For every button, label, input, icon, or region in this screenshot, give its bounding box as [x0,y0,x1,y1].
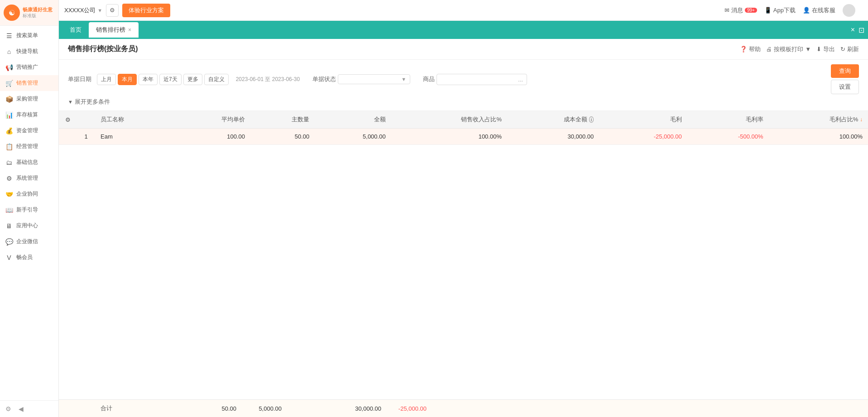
footer-main-qty: 50.00 [200,405,236,412]
nav-label-8: 基础信息 [16,158,38,166]
tab-minimize-icon[interactable]: × [851,26,855,34]
header-right: ✉ 消息 99+ 📱 App下载 👤 在线客服 [724,4,863,17]
table-footer: 合计 50.00 5,000.00 30,000.00 -25,000.00 [59,399,868,417]
sidebar-item-6[interactable]: 💰资金管理 [0,123,58,139]
tab-close-icon[interactable]: × [128,27,131,33]
query-button[interactable]: 查询 [831,64,859,78]
col-gross-pct: 毛利占比% ↓ [769,111,868,129]
col-amount: 全额 [315,111,391,129]
data-table: ⚙ 员工名称 平均单价 主数量 全额 销售收入占比% 成本全额 i 毛利 毛利率… [59,111,868,145]
row-settings [59,129,77,145]
date-range-display: 2023-06-01 至 2023-06-30 [236,76,300,83]
expand-label: 展开更多条件 [75,98,110,106]
print-button[interactable]: 🖨 按模板打印 ▼ [766,45,811,53]
col-sales-pct: 销售收入占比% [391,111,507,129]
nav-label-6: 资金管理 [16,127,38,134]
date-btn-this-year[interactable]: 本年 [139,74,158,85]
nav-icon-1: ⌂ [5,48,13,55]
settings-icon-btn[interactable]: ⚙ [106,4,119,17]
date-btn-7days[interactable]: 近7天 [159,74,182,85]
refresh-label: 刷新 [847,45,859,53]
help-icon: ❓ [740,46,747,53]
sidebar-item-11[interactable]: 📖新手引导 [0,202,58,218]
online-service-label: 在线客服 [812,6,835,14]
expand-button[interactable]: ▼ 展开更多条件 [68,98,859,106]
page-actions: ❓ 帮助 🖨 按模板打印 ▼ ⬇ 导出 ↻ 刷新 [740,45,859,53]
avatar[interactable] [843,4,855,17]
table-row: 1 Eam 100.00 50.00 5,000.00 100.00% 30,0… [59,129,868,145]
date-btn-more[interactable]: 更多 [183,74,202,85]
col-name: 员工名称 [95,111,173,129]
sidebar-collapse-icon[interactable]: ◀ [19,405,24,412]
nav-label-14: 畅会员 [16,254,33,261]
col-settings[interactable]: ⚙ [59,111,77,129]
sidebar-item-0[interactable]: ☰搜索菜单 [0,28,58,43]
row-avg-price: 100.00 [173,129,251,145]
date-btn-custom[interactable]: 自定义 [204,74,229,85]
settings-button[interactable]: 设置 [831,80,859,94]
row-amount: 5,000.00 [315,129,391,145]
date-filter-label: 单据日期 [68,75,91,83]
online-service-action[interactable]: 👤 在线客服 [803,6,835,14]
nav-icon-7: 📋 [5,143,13,150]
col-gross: 毛利 [599,111,687,129]
date-btn-last-month[interactable]: 上月 [97,74,116,85]
status-select[interactable]: ▼ [338,74,410,84]
message-action[interactable]: ✉ 消息 99+ [724,6,757,14]
footer-cost: 30,000.00 [327,405,381,412]
tab-maximize-icon[interactable]: ⊡ [858,26,864,34]
app-download-icon: 📱 [764,7,772,14]
tab-bar: 首页 销售排行榜 × × ⊡ [59,21,868,39]
filter-area: 单据日期 上月 本月 本年 近7天 更多 自定义 2023-06-01 至 20… [59,60,868,111]
footer-gross: -25,000.00 [381,405,427,412]
col-main-qty: 主数量 [250,111,315,129]
help-button[interactable]: ❓ 帮助 [740,45,761,53]
nav-icon-10: 🤝 [5,191,13,198]
nav-label-0: 搜索菜单 [16,32,38,39]
nav-icon-2: 📢 [5,64,13,71]
company-chevron: ▼ [97,8,102,13]
sidebar-item-10[interactable]: 🤝企业协同 [0,186,58,202]
sidebar-item-5[interactable]: 📊库存核算 [0,107,58,123]
col-rank [77,111,95,129]
sidebar-item-13[interactable]: 💬企业微信 [0,234,58,249]
tab-bar-actions: × ⊡ [851,26,864,34]
sidebar-item-9[interactable]: ⚙系统管理 [0,170,58,186]
sidebar-item-7[interactable]: 📋经营管理 [0,139,58,154]
app-name: 畅康通好生意 [23,6,53,13]
nav-label-4: 采购管理 [16,95,38,103]
gross-pct-sort-icon: ↓ [860,116,863,123]
sidebar-item-8[interactable]: 🗂基础信息 [0,154,58,170]
app-sub: 标准版 [23,13,53,19]
col-cost: 成本全额 i [507,111,599,129]
export-icon: ⬇ [816,46,821,53]
sidebar-item-2[interactable]: 📢营销推广 [0,59,58,75]
sidebar-item-12[interactable]: 🖥应用中心 [0,218,58,234]
sidebar-item-3[interactable]: 🛒销售管理 [0,75,58,91]
table-wrapper: ⚙ 员工名称 平均单价 主数量 全额 销售收入占比% 成本全额 i 毛利 毛利率… [59,111,868,399]
main-area: XXXXX公司 ▼ ⚙ 体验行业方案 ✉ 消息 99+ 📱 App下载 👤 在线… [59,0,868,417]
page-title: 销售排行榜(按业务员) [68,44,138,54]
refresh-icon: ↻ [840,46,845,53]
goods-select[interactable]: ... [436,74,527,85]
row-sales-pct: 100.00% [391,129,507,145]
nav-label-9: 系统管理 [16,174,38,182]
app-download-action[interactable]: 📱 App下载 [764,6,796,14]
tab-home[interactable]: 首页 [62,22,89,38]
nav-icon-3: 🛒 [5,80,13,87]
sidebar-item-1[interactable]: ⌂快捷导航 [0,43,58,59]
app-download-label: App下载 [773,6,796,14]
refresh-button[interactable]: ↻ 刷新 [840,45,859,53]
sidebar-item-4[interactable]: 📦采购管理 [0,91,58,107]
sidebar-item-14[interactable]: V畅会员 [0,249,58,265]
date-btn-this-month[interactable]: 本月 [118,74,137,85]
tab-active[interactable]: 销售排行榜 × [89,22,139,38]
company-selector[interactable]: XXXXX公司 ▼ [64,6,102,14]
print-label: 按模板打印 [774,45,803,53]
trial-button[interactable]: 体验行业方案 [122,4,170,17]
row-cost: 30,000.00 [507,129,599,145]
sidebar-settings-icon[interactable]: ⚙ [5,405,11,412]
print-chevron: ▼ [805,46,811,53]
nav-label-7: 经营管理 [16,143,38,150]
export-button[interactable]: ⬇ 导出 [816,45,835,53]
